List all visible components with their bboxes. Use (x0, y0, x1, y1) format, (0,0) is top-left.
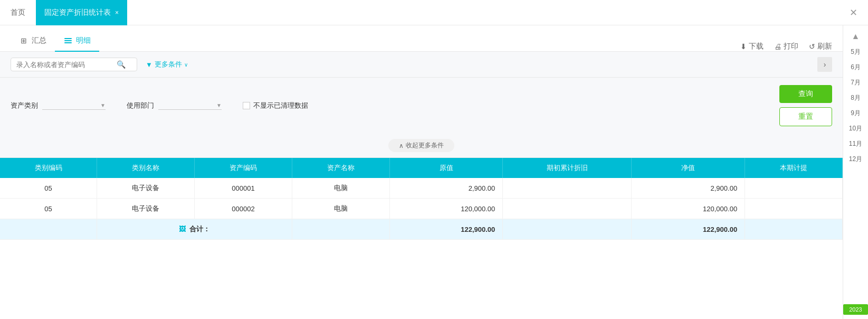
sidebar-month-item[interactable]: 12月 (847, 152, 864, 167)
sidebar-month-item[interactable]: 6月 (847, 60, 864, 75)
close-window-button[interactable]: ✕ (850, 7, 857, 18)
department-select[interactable]: ▼ (158, 101, 222, 110)
data-table: 类别编码 类别名称 资产编码 资产名称 原值 期初累计折旧 净值 本期计提 05… (0, 158, 843, 240)
svg-rect-2 (64, 42, 72, 43)
refresh-button[interactable]: ↺ 刷新 (809, 42, 832, 51)
tab-detail-label: 明细 (76, 36, 91, 45)
main-content: ⊞ 汇总 明细 ⬇ 下载 (0, 25, 868, 319)
cell-accumulated-depreciation (503, 199, 632, 219)
sidebar-month-item[interactable]: 9月 (847, 106, 864, 121)
cell-asset-name: 电脑 (292, 178, 389, 199)
query-button[interactable]: 查询 (779, 85, 832, 103)
sidebar-month-item[interactable]: 7月 (847, 75, 864, 90)
refresh-label: 刷新 (817, 42, 832, 51)
collapse-bar[interactable]: ∧ 收起更多条件 (11, 134, 832, 157)
refresh-icon: ↺ (809, 42, 815, 51)
svg-rect-0 (64, 38, 72, 39)
download-icon: ⬇ (740, 42, 747, 51)
hide-cleared-label: 不显示已清理数据 (253, 101, 308, 110)
col-net-value: 净值 (632, 158, 745, 178)
left-panel: ⊞ 汇总 明细 ⬇ 下载 (0, 25, 843, 319)
hide-cleared-wrapper: 不显示已清理数据 (243, 101, 308, 110)
cell-category-code: 05 (0, 178, 97, 199)
nav-arrow-button[interactable]: › (817, 57, 832, 72)
cell-asset-code: 000002 (195, 199, 292, 219)
sub-tabs: ⊞ 汇总 明细 ⬇ 下载 (0, 25, 843, 52)
department-label: 使用部门 (127, 101, 154, 110)
search-input-wrapper: 🔍 (11, 58, 137, 71)
tab-summary-label: 汇总 (32, 36, 46, 45)
col-asset-name: 资产名称 (292, 158, 389, 178)
expand-arrow-icon: ∨ (184, 62, 188, 68)
more-conditions-label: 更多条件 (155, 60, 182, 69)
cell-net-value: 120,000.00 (632, 199, 745, 219)
toolbar: ⬇ 下载 🖨 打印 ↺ 刷新 (740, 42, 832, 51)
total-label-cell: 🖼 合计： (97, 219, 292, 240)
cell-current-depreciation (745, 199, 843, 219)
nav-tab-label: 固定资产折旧统计表 (44, 8, 111, 17)
cell-category-name: 电子设备 (97, 199, 195, 219)
total-icon: 🖼 (179, 225, 186, 233)
print-label: 打印 (784, 42, 798, 51)
table-header-row: 类别编码 类别名称 资产编码 资产名称 原值 期初累计折旧 净值 本期计提 (0, 158, 843, 178)
print-icon: 🖨 (774, 42, 781, 51)
cell-net-value: 2,900.00 (632, 178, 745, 199)
total-original-value: 122,900.00 (389, 219, 503, 240)
print-button[interactable]: 🖨 打印 (774, 42, 798, 51)
asset-category-arrow-icon: ▼ (100, 102, 106, 108)
collapse-button[interactable]: ∧ 收起更多条件 (388, 139, 454, 152)
download-label: 下载 (749, 42, 764, 51)
sidebar-scroll-up-button[interactable]: ▲ (850, 30, 862, 43)
total-accumulated (503, 219, 632, 240)
table-wrapper: 类别编码 类别名称 资产编码 资产名称 原值 期初累计折旧 净值 本期计提 05… (0, 158, 843, 319)
search-bar: 🔍 ▼ 更多条件 ∨ › (0, 52, 843, 78)
col-category-name: 类别名称 (97, 158, 195, 178)
table-row: 05 电子设备 000002 电脑 120,000.00 120,000.00 (0, 199, 843, 219)
sidebar-month-item[interactable]: 8月 (847, 90, 864, 106)
col-asset-code: 资产编码 (195, 158, 292, 178)
nav-home[interactable]: 首页 (0, 0, 36, 25)
cell-original-value: 120,000.00 (389, 199, 503, 219)
total-current-depreciation (745, 219, 843, 240)
search-icon[interactable]: 🔍 (117, 60, 126, 69)
col-original-value: 原值 (389, 158, 503, 178)
cell-asset-name: 电脑 (292, 199, 389, 219)
col-category-code: 类别编码 (0, 158, 97, 178)
summary-icon: ⊞ (19, 36, 28, 45)
download-button[interactable]: ⬇ 下载 (740, 42, 764, 51)
reset-button[interactable]: 重置 (779, 107, 832, 126)
filter-buttons: 查询 重置 (779, 85, 832, 126)
department-arrow-icon: ▼ (216, 102, 222, 108)
total-label: 合计： (189, 225, 210, 233)
filter-row: 资产类别 ▼ 使用部门 ▼ 不显示已清理数据 (11, 85, 832, 126)
sidebar-month-item[interactable]: 5月 (847, 44, 864, 60)
sidebar-month-item[interactable]: 11月 (847, 136, 864, 152)
sidebar-month-item[interactable]: 10月 (847, 121, 864, 136)
cell-category-name: 电子设备 (97, 178, 195, 199)
hide-cleared-checkbox[interactable] (243, 102, 250, 109)
right-sidebar: ▲ 5月6月7月8月9月10月11月12月 2023 (843, 25, 868, 319)
tab-detail[interactable]: 明细 (55, 36, 99, 52)
search-input[interactable] (16, 61, 117, 69)
cell-accumulated-depreciation (503, 178, 632, 199)
asset-category-label: 资产类别 (11, 101, 38, 110)
filter-asset-category: 资产类别 ▼ (11, 101, 106, 110)
table-row: 05 电子设备 000001 电脑 2,900.00 2,900.00 (0, 178, 843, 199)
more-conditions-button[interactable]: ▼ 更多条件 ∨ (146, 60, 188, 69)
col-accumulated-depreciation: 期初累计折旧 (503, 158, 632, 178)
close-tab-button[interactable]: × (115, 9, 119, 16)
filter-icon: ▼ (146, 61, 152, 69)
cell-category-code: 05 (0, 199, 97, 219)
tab-summary[interactable]: ⊞ 汇总 (11, 36, 55, 52)
asset-category-select[interactable]: ▼ (42, 101, 106, 110)
cell-current-depreciation (745, 178, 843, 199)
sidebar-year-badge[interactable]: 2023 (843, 304, 868, 315)
svg-rect-1 (64, 40, 72, 41)
table-total-row: 🖼 合计： 122,900.00 122,900.00 (0, 219, 843, 240)
total-net-value: 122,900.00 (632, 219, 745, 240)
collapse-arrow-icon: ∧ (399, 142, 404, 149)
top-nav: 首页 固定资产折旧统计表 × ✕ (0, 0, 868, 25)
filter-department: 使用部门 ▼ (127, 101, 222, 110)
total-asset-name (292, 219, 389, 240)
nav-tab-fixed-assets[interactable]: 固定资产折旧统计表 × (36, 0, 127, 25)
